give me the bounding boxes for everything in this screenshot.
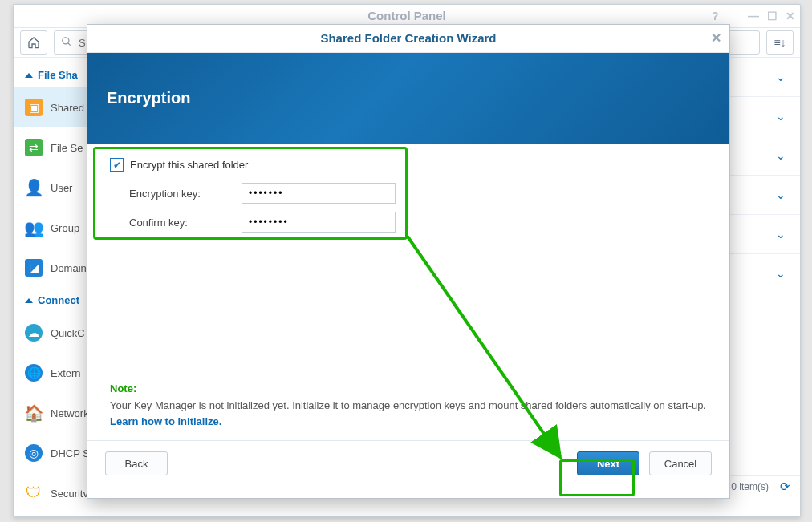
banner-heading: Encryption: [107, 89, 190, 107]
note-title: Note:: [110, 381, 707, 397]
domain-icon: ◪: [25, 259, 43, 277]
modal-banner: Encryption: [87, 53, 729, 144]
item-count: 0 item(s): [731, 481, 769, 492]
encrypt-checkbox[interactable]: ✔: [110, 158, 124, 172]
close-icon[interactable]: ✕: [786, 5, 795, 27]
network-icon: 🏠: [25, 404, 43, 422]
globe-icon: 🌐: [25, 364, 43, 382]
encryption-key-input[interactable]: [242, 183, 396, 204]
cancel-button[interactable]: Cancel: [649, 451, 712, 475]
folder-icon: ▣: [25, 99, 43, 116]
home-button[interactable]: [20, 30, 47, 55]
encrypt-label: Encrypt this shared folder: [130, 159, 248, 171]
dhcp-icon: ◎: [25, 444, 43, 462]
svg-point-0: [63, 37, 69, 43]
chevron-down-icon: ⌄: [776, 228, 786, 241]
confirm-key-label: Confirm key:: [129, 216, 242, 229]
modal-close-icon[interactable]: ✕: [711, 25, 721, 52]
file-services-icon: ⇄: [25, 139, 43, 156]
user-icon: 👤: [25, 179, 43, 196]
chevron-down-icon: ⌄: [776, 267, 786, 280]
refresh-icon[interactable]: ⟳: [780, 480, 790, 494]
maximize-icon[interactable]: ☐: [767, 5, 777, 27]
chevron-up-icon: [25, 298, 33, 303]
chevron-down-icon: ⌄: [776, 188, 786, 201]
group-icon: 👥: [25, 219, 43, 237]
search-icon: [61, 36, 72, 50]
window-title: Control Panel: [367, 9, 446, 22]
minimize-icon[interactable]: —: [748, 5, 759, 27]
sort-button[interactable]: ≡↓: [766, 30, 794, 55]
note-text: Your Key Manager is not initialized yet.…: [110, 399, 706, 411]
next-button[interactable]: Next: [577, 451, 639, 475]
modal-footer: Back Next Cancel: [87, 440, 729, 486]
shield-icon: 🛡: [25, 484, 43, 497]
back-button[interactable]: Back: [105, 451, 168, 475]
learn-link[interactable]: Learn how to initialize.: [110, 415, 221, 427]
chevron-up-icon: [25, 73, 33, 78]
modal-title: Shared Folder Creation Wizard: [320, 31, 496, 45]
encryption-key-label: Encryption key:: [129, 188, 242, 200]
note-block: Note: Your Key Manager is not initialize…: [110, 381, 707, 430]
modal-body: ✔ Encrypt this shared folder Encryption …: [87, 144, 729, 440]
chevron-down-icon: ⌄: [776, 110, 786, 123]
svg-line-1: [68, 42, 71, 45]
wizard-modal: Shared Folder Creation Wizard ✕ Encrypti…: [87, 24, 730, 499]
modal-titlebar: Shared Folder Creation Wizard ✕: [87, 25, 729, 53]
chevron-down-icon: ⌄: [776, 149, 786, 162]
cloud-icon: ☁: [25, 324, 43, 342]
chevron-down-icon: ⌄: [776, 71, 786, 83]
confirm-key-input[interactable]: [242, 212, 396, 233]
